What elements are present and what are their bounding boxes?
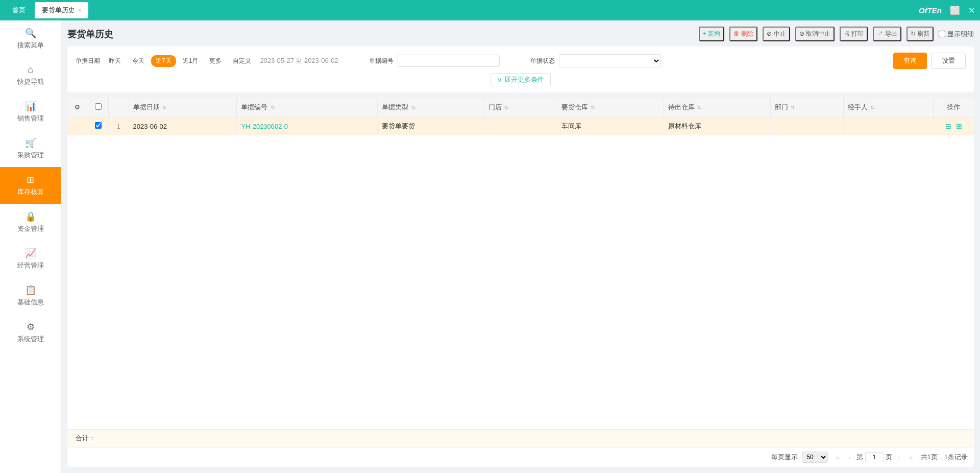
filter-expand-row: ∨ 展开更多条件 bbox=[76, 73, 966, 86]
sidebar-item-inventory-label: 库存核算 bbox=[17, 187, 44, 197]
sidebar-item-sales-label: 销售管理 bbox=[17, 114, 44, 123]
date-btn-custom[interactable]: 自定义 bbox=[228, 55, 256, 67]
date-btn-today[interactable]: 今天 bbox=[128, 55, 149, 67]
date-btn-1month[interactable]: 近1月 bbox=[178, 55, 203, 67]
sidebar-item-inventory[interactable]: ⊞ 库存核算 bbox=[0, 167, 61, 204]
close-window-btn[interactable]: ✕ bbox=[968, 6, 975, 15]
top-bar-right: OfTEn ⬜ ✕ bbox=[919, 6, 975, 15]
sort-req-warehouse-icon: ⇅ bbox=[591, 105, 595, 110]
sidebar-item-system[interactable]: ⚙ 系统管理 bbox=[0, 314, 61, 351]
sidebar-item-operations-label: 经营管理 bbox=[17, 261, 44, 270]
page-nav: « ‹ 第 页 › » bbox=[832, 452, 916, 463]
row-num-cell: 1 bbox=[108, 117, 129, 135]
next-page-btn[interactable]: › bbox=[894, 452, 903, 463]
sort-store-icon: ⇅ bbox=[504, 105, 508, 110]
row-checkbox-cell[interactable] bbox=[88, 117, 108, 135]
sidebar-item-quicknav-label: 快捷导航 bbox=[17, 77, 44, 86]
sidebar-item-search-label: 搜索菜单 bbox=[17, 41, 44, 50]
quicknav-icon: ⌂ bbox=[28, 64, 33, 75]
current-page-input[interactable] bbox=[865, 452, 884, 462]
page-label: 第 bbox=[856, 453, 863, 462]
page-size-select[interactable]: 50 10 20 100 bbox=[802, 452, 828, 463]
row-ops-cell: ⊟ ⊞ bbox=[933, 117, 974, 135]
edit-row-icon[interactable]: ⊟ bbox=[945, 122, 951, 130]
row-req-warehouse-cell: 车间库 bbox=[557, 117, 664, 135]
last-page-btn[interactable]: » bbox=[905, 452, 916, 463]
delete-button[interactable]: 🗑 删除 bbox=[729, 27, 757, 41]
search-menu-icon: 🔍 bbox=[25, 28, 36, 39]
tab-bill-history[interactable]: 要货单历史 × bbox=[35, 2, 88, 18]
col-date[interactable]: 单据日期 ⇅ bbox=[129, 98, 237, 117]
sidebar-item-quicknav[interactable]: ⌂ 快捷导航 bbox=[0, 57, 61, 93]
brand-label: OfTEn bbox=[919, 6, 942, 15]
show-detail-checkbox[interactable] bbox=[939, 31, 945, 37]
prev-page-btn[interactable]: ‹ bbox=[845, 452, 854, 463]
sort-handler-icon: ⇅ bbox=[870, 105, 874, 110]
content-inner: 要货单历史 + 新增 🗑 删除 ⊘ 中止 ⊘ 取消中止 🖨 打印 ↗ 导出 ↻ … bbox=[67, 27, 974, 467]
table-container: ⚙ 单据日期 ⇅ 单据编号 ⇅ bbox=[67, 98, 974, 467]
date-btns: 昨天 今天 近7天 近1月 更多 自定义 bbox=[104, 55, 256, 67]
row-handler-cell bbox=[843, 117, 933, 135]
col-bill-no[interactable]: 单据编号 ⇅ bbox=[237, 98, 378, 117]
close-tab-icon[interactable]: × bbox=[78, 7, 81, 13]
query-button[interactable]: 查询 bbox=[893, 53, 927, 69]
show-detail-label: 显示明细 bbox=[947, 30, 974, 39]
sort-pending-warehouse-icon: ⇅ bbox=[697, 105, 701, 110]
detail-row-icon[interactable]: ⊞ bbox=[956, 122, 962, 130]
show-detail-checkbox-label[interactable]: 显示明细 bbox=[939, 30, 974, 39]
page-of-label: 页 bbox=[886, 453, 892, 462]
cancel-stop-button[interactable]: ⊘ 取消中止 bbox=[795, 27, 835, 41]
sidebar-item-sales[interactable]: 📊 销售管理 bbox=[0, 93, 61, 130]
expand-filter-btn[interactable]: ∨ 展开更多条件 bbox=[491, 73, 551, 86]
maximize-btn[interactable]: ⬜ bbox=[950, 6, 960, 15]
operations-icon: 📈 bbox=[25, 248, 36, 259]
table-footer: 合计： bbox=[67, 429, 974, 447]
table-scroll: ⚙ 单据日期 ⇅ 单据编号 ⇅ bbox=[67, 98, 974, 429]
row-bill-type-cell: 要货单要货 bbox=[378, 117, 484, 135]
settings-button[interactable]: 设置 bbox=[931, 53, 966, 69]
tab-home[interactable]: 首页 bbox=[5, 2, 33, 18]
date-btn-yesterday[interactable]: 昨天 bbox=[104, 55, 126, 67]
export-button[interactable]: ↗ 导出 bbox=[873, 27, 901, 41]
col-pending-warehouse[interactable]: 待出仓库 ⇅ bbox=[664, 98, 770, 117]
sort-bill-no-icon: ⇅ bbox=[271, 105, 275, 110]
table-row: 1 2023-06-02 YH-20230602-0 要货单要货 bbox=[67, 117, 974, 135]
sidebar-item-system-label: 系统管理 bbox=[17, 335, 44, 344]
col-req-warehouse[interactable]: 要货仓库 ⇅ bbox=[557, 98, 664, 117]
date-range-display: 2023-05-27 至 2023-06-02 bbox=[260, 56, 338, 65]
system-icon: ⚙ bbox=[27, 321, 35, 333]
col-store[interactable]: 门店 ⇅ bbox=[484, 98, 557, 117]
col-settings[interactable]: ⚙ bbox=[67, 98, 88, 117]
sidebar-item-operations[interactable]: 📈 经营管理 bbox=[0, 241, 61, 277]
sidebar: 🔍 搜索菜单 ⌂ 快捷导航 📊 销售管理 🛒 采购管理 ⊞ 库存核算 🔒 资金管… bbox=[0, 20, 61, 473]
date-filter-label: 单据日期 bbox=[76, 57, 100, 65]
print-button[interactable]: 🖨 打印 bbox=[840, 27, 868, 41]
sidebar-item-purchase[interactable]: 🛒 采购管理 bbox=[0, 130, 61, 167]
date-btn-more[interactable]: 更多 bbox=[205, 55, 226, 67]
bill-status-select[interactable] bbox=[559, 54, 661, 67]
select-all-checkbox[interactable] bbox=[95, 103, 102, 110]
col-dept[interactable]: 部门 ⇅ bbox=[770, 98, 843, 117]
filter-actions: 查询 设置 bbox=[893, 53, 966, 69]
filter-area: 单据日期 昨天 今天 近7天 近1月 更多 自定义 2023-05-27 至 2… bbox=[67, 46, 974, 92]
col-checkbox[interactable] bbox=[88, 98, 108, 117]
sidebar-item-purchase-label: 采购管理 bbox=[17, 151, 44, 160]
col-handler[interactable]: 经手人 ⇅ bbox=[843, 98, 933, 117]
bill-no-input[interactable] bbox=[398, 55, 500, 67]
new-button[interactable]: + 新增 bbox=[699, 27, 724, 41]
total-info: 共1页，1条记录 bbox=[921, 453, 968, 462]
bill-no-label: 单据编号 bbox=[369, 57, 394, 65]
sidebar-item-search[interactable]: 🔍 搜索菜单 bbox=[0, 20, 61, 57]
col-ops: 操作 bbox=[933, 98, 974, 117]
bill-no-link[interactable]: YH-20230602-0 bbox=[241, 123, 288, 130]
sidebar-item-basic-info[interactable]: 📋 基础信息 bbox=[0, 277, 61, 314]
col-bill-type[interactable]: 单据类型 ⇅ bbox=[378, 98, 484, 117]
stop-button[interactable]: ⊘ 中止 bbox=[763, 27, 790, 41]
row-dept-cell bbox=[770, 117, 843, 135]
first-page-btn[interactable]: « bbox=[832, 452, 843, 463]
refresh-button[interactable]: ↻ 刷新 bbox=[906, 27, 934, 41]
date-btn-7days[interactable]: 近7天 bbox=[151, 55, 176, 67]
row-checkbox[interactable] bbox=[95, 122, 102, 129]
sidebar-item-finance[interactable]: 🔒 资金管理 bbox=[0, 204, 61, 241]
page-size-text: 每页显示 bbox=[771, 453, 798, 462]
